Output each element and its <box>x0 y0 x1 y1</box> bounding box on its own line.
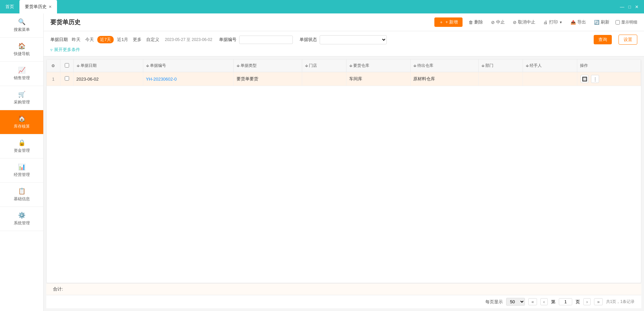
delete-icon: 🗑 <box>469 20 473 25</box>
sidebar-item-purchase-mgmt[interactable]: 🛒 采购管理 <box>0 86 43 110</box>
sidebar-item-label-operation-mgmt: 经营管理 <box>14 172 30 178</box>
close-btn[interactable]: ✕ <box>635 4 639 9</box>
last-page-button[interactable]: » <box>594 298 602 305</box>
print-dropdown-icon: ▼ <box>559 20 562 24</box>
settings-filter-label: 设置 <box>624 37 632 43</box>
page-suffix: 页 <box>576 299 580 305</box>
cancel-stop-label: 取消中止 <box>518 19 535 25</box>
col-store-sort[interactable]: ≑ 门店 <box>305 63 317 69</box>
page-actions: ＋ + 新增 🗑 删除 ⊘ 中止 ⊘ 取消中止 🖨 打印 <box>434 17 637 27</box>
sidebar-item-search-menu[interactable]: 🔍 搜索菜单 <box>0 13 43 38</box>
display-detail-button[interactable]: 显示明细 <box>615 19 637 25</box>
refresh-button[interactable]: 🔄 刷新 <box>592 18 611 27</box>
col-pending-warehouse-sort[interactable]: ≑ 待出仓库 <box>413 63 433 69</box>
date-shortcut-1month[interactable]: 近1月 <box>116 36 129 43</box>
col-settings[interactable]: ⚙ <box>47 59 60 72</box>
sidebar-item-label-finance-mgmt: 资金管理 <box>14 148 30 153</box>
sidebar: 🔍 搜索菜单 🏠 快捷导航 📈 销售管理 🛒 采购管理 🏠 库存核算 🔒 资金管… <box>0 13 44 311</box>
sidebar-item-inventory[interactable]: 🏠 库存核算 <box>0 110 43 134</box>
page-size-select[interactable]: 10 20 50 100 <box>506 298 525 306</box>
page-title: 要货单历史 <box>50 18 80 26</box>
sidebar-item-label-purchase-mgmt: 采购管理 <box>14 99 30 105</box>
filter-bar: 单据日期 昨天 今天 近7天 近1月 更多 自定义 2023-05-27 至 2… <box>44 31 644 56</box>
sidebar-item-finance-mgmt[interactable]: 🔒 资金管理 <box>0 134 43 159</box>
content-area: 要货单历史 ＋ + 新增 🗑 删除 ⊘ 中止 ⊘ 取消中止 <box>44 13 644 311</box>
more-op-button[interactable]: ⋮ <box>591 75 599 83</box>
col-number-sort[interactable]: ≑ 单据编号 <box>146 63 166 69</box>
date-shortcut-more[interactable]: 更多 <box>131 36 143 43</box>
query-button[interactable]: 查询 <box>594 35 612 44</box>
delete-label: 删除 <box>474 19 483 25</box>
col-type-sort[interactable]: ≑ 单据类型 <box>236 63 257 69</box>
date-shortcut-custom[interactable]: 自定义 <box>145 36 161 43</box>
basic-info-icon: 📋 <box>18 187 25 195</box>
date-range-text: 2023-05-27 至 2023-06-02 <box>165 37 212 43</box>
col-operation: 操作 <box>577 59 641 72</box>
export-button[interactable]: 📤 导出 <box>569 18 588 27</box>
prev-page-button[interactable]: ‹ <box>540 298 548 305</box>
operation-mgmt-icon: 📊 <box>18 163 25 171</box>
cell-dept <box>479 72 523 86</box>
page-label: 第 <box>551 299 555 305</box>
cell-req-warehouse: 车间库 <box>346 72 410 86</box>
cell-store <box>302 72 346 86</box>
col-handler-sort[interactable]: ≑ 经手人 <box>526 63 542 69</box>
maximize-btn[interactable]: □ <box>628 4 631 9</box>
print-button[interactable]: 🖨 打印 ▼ <box>541 18 565 27</box>
tab-close-icon[interactable]: ✕ <box>49 5 52 9</box>
doc-number-input[interactable] <box>239 36 293 44</box>
date-shortcut-today[interactable]: 今天 <box>84 36 95 43</box>
date-filter-label: 单据日期 <box>50 37 68 43</box>
sidebar-item-sales-mgmt[interactable]: 📈 销售管理 <box>0 62 43 86</box>
inventory-icon: 🏠 <box>18 115 25 122</box>
row-checkbox[interactable] <box>65 76 69 81</box>
stop-button[interactable]: ⊘ 中止 <box>489 18 507 27</box>
page-size-label: 每页显示 <box>485 299 503 305</box>
total-label: 合计: <box>53 286 63 292</box>
page-number-input[interactable] <box>559 298 572 305</box>
col-date-sort[interactable]: ≑ 单据日期 <box>76 63 97 69</box>
col-type: ≑ 单据类型 <box>234 59 302 72</box>
cancel-stop-button[interactable]: ⊘ 取消中止 <box>511 18 537 27</box>
sidebar-item-label-quick-nav: 快捷导航 <box>14 51 30 57</box>
sidebar-item-basic-info[interactable]: 📋 基础信息 <box>0 183 43 207</box>
cell-operation: 🔲 ⋮ <box>577 72 641 86</box>
col-pending-warehouse: ≑ 待出仓库 <box>410 59 479 72</box>
display-detail-checkbox[interactable] <box>615 20 620 25</box>
doc-number-link[interactable]: YH-20230602-0 <box>146 77 177 82</box>
col-handler: ≑ 经手人 <box>523 59 577 72</box>
expand-more-icon: ▿ <box>50 47 53 52</box>
date-shortcut-yesterday[interactable]: 昨天 <box>70 36 82 43</box>
sidebar-item-system-mgmt[interactable]: ⚙️ 系统管理 <box>0 207 43 231</box>
settings-filter-button[interactable]: 设置 <box>619 35 637 45</box>
sidebar-item-label-system-mgmt: 系统管理 <box>14 220 30 226</box>
sidebar-item-label-inventory: 库存核算 <box>14 124 30 129</box>
new-button[interactable]: ＋ + 新增 <box>434 17 463 27</box>
doc-status-filter-group: 单据状态 <box>300 35 387 44</box>
doc-status-select[interactable] <box>320 35 387 44</box>
col-req-warehouse: ≑ 要货仓库 <box>346 59 410 72</box>
cell-pending-warehouse: 原材料仓库 <box>410 72 479 86</box>
tab-home[interactable]: 首页 <box>0 0 19 13</box>
date-shortcut-7days[interactable]: 近7天 <box>97 36 114 43</box>
first-page-button[interactable]: « <box>528 298 537 305</box>
tab-requisition-history[interactable]: 要货单历史 ✕ <box>19 0 57 13</box>
select-all-checkbox[interactable] <box>65 63 69 68</box>
export-icon: 📤 <box>571 20 576 25</box>
sidebar-item-quick-nav[interactable]: 🏠 快捷导航 <box>0 38 43 62</box>
col-number: ≑ 单据编号 <box>143 59 233 72</box>
minimize-btn[interactable]: — <box>620 4 624 9</box>
cell-type: 要货单要货 <box>234 72 302 86</box>
next-page-button[interactable]: › <box>583 298 591 305</box>
col-dept-sort[interactable]: ≑ 部门 <box>481 63 493 69</box>
view-op-button[interactable]: 🔲 <box>581 75 589 83</box>
col-req-warehouse-sort[interactable]: ≑ 要货仓库 <box>349 63 369 69</box>
doc-number-filter-group: 单据编号 <box>219 36 293 44</box>
expand-more-button[interactable]: ▿ 展开更多条件 <box>50 47 637 53</box>
delete-button[interactable]: 🗑 删除 <box>467 18 485 27</box>
table-area: ⚙ ≑ 单据日期 ≑ <box>46 59 641 283</box>
cell-index: 1 <box>47 72 60 86</box>
sales-mgmt-icon: 📈 <box>18 66 25 74</box>
tab-home-label: 首页 <box>5 4 14 10</box>
sidebar-item-operation-mgmt[interactable]: 📊 经营管理 <box>0 159 43 183</box>
